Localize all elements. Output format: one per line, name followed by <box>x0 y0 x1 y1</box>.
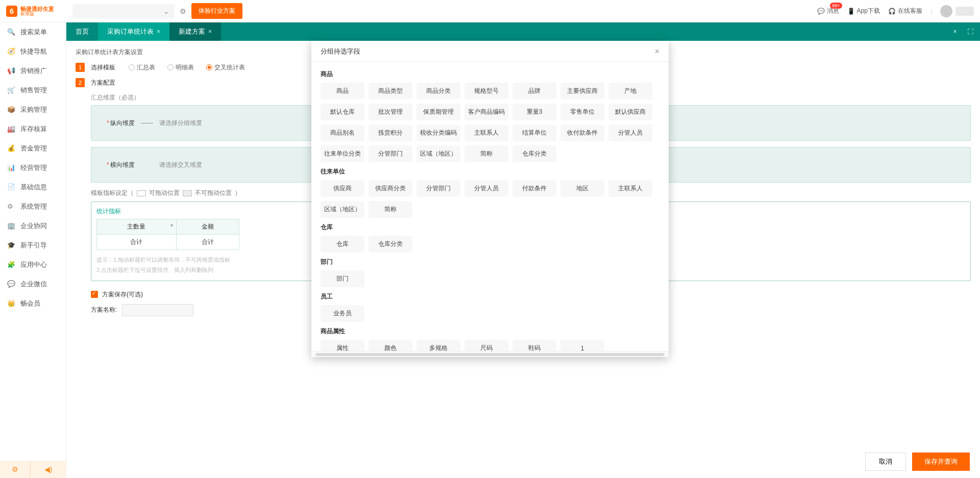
field-chip[interactable]: 颜色 <box>369 340 412 351</box>
field-chip[interactable]: 地区 <box>560 180 604 197</box>
field-chip-row: 供应商供应商分类分管部门分管人员付款条件地区主联系人区域（地区）简称 <box>321 180 665 218</box>
close-icon[interactable]: × <box>655 47 659 56</box>
field-chip-row: 业务员 <box>321 305 665 322</box>
field-chip[interactable]: 仓库 <box>321 236 364 253</box>
field-chip[interactable]: 鞋码 <box>512 340 556 351</box>
field-chip[interactable]: 默认仓库 <box>321 104 364 120</box>
field-chip[interactable]: 简称 <box>464 145 508 162</box>
field-chip[interactable]: 批次管理 <box>369 104 412 120</box>
field-group-title: 仓库 <box>321 223 665 232</box>
field-chip[interactable]: 分管人员 <box>464 180 508 197</box>
field-chip[interactable]: 付款条件 <box>512 180 556 197</box>
field-chip[interactable]: 供应商分类 <box>369 180 412 197</box>
field-chip[interactable]: 区域（地区） <box>321 201 364 218</box>
field-chip[interactable]: 区域（地区） <box>416 145 460 162</box>
modal-body: 商品商品商品类型商品分类规格型号品牌主要供应商产地默认仓库批次管理保质期管理客户… <box>311 62 669 351</box>
field-chip[interactable]: 品牌 <box>512 83 556 99</box>
field-group-title: 商品属性 <box>321 327 665 336</box>
field-chip[interactable]: 分管部门 <box>416 180 460 197</box>
field-chip[interactable]: 默认供应商 <box>608 104 652 120</box>
field-group-title: 商品 <box>321 70 665 79</box>
field-chip[interactable]: 客户商品编码 <box>464 104 508 120</box>
field-chip[interactable]: 业务员 <box>321 305 364 322</box>
field-group-title: 往来单位 <box>321 167 665 176</box>
field-chip[interactable]: 简称 <box>369 201 412 218</box>
field-chip[interactable]: 结算单位 <box>512 124 556 141</box>
field-group-title: 员工 <box>321 292 665 301</box>
field-chip[interactable]: 商品分类 <box>416 83 460 99</box>
field-chip[interactable]: 零售单位 <box>560 104 604 120</box>
field-chip[interactable]: 多规格 <box>416 340 460 351</box>
field-chip[interactable]: 主联系人 <box>608 180 652 197</box>
horizontal-scrollbar[interactable] <box>311 351 669 357</box>
field-chip[interactable]: 税收分类编码 <box>416 124 460 141</box>
field-chip[interactable]: 尺码 <box>464 340 508 351</box>
field-chip[interactable]: 规格型号 <box>464 83 508 99</box>
field-group-title: 部门 <box>321 258 665 266</box>
field-chip[interactable]: 主要供应商 <box>560 83 604 99</box>
modal-title: 分组待选字段 <box>321 47 360 56</box>
field-chip[interactable]: 供应商 <box>321 180 364 197</box>
field-chip-row: 部门 <box>321 270 665 287</box>
field-chip[interactable]: 仓库分类 <box>369 236 412 253</box>
field-chip[interactable]: 分管人员 <box>608 124 652 141</box>
field-picker-modal: 分组待选字段 × 商品商品商品类型商品分类规格型号品牌主要供应商产地默认仓库批次… <box>311 41 669 357</box>
field-chip[interactable]: 拣货积分 <box>369 124 412 141</box>
field-chip[interactable]: 仓库分类 <box>512 145 556 162</box>
field-chip-row: 属性颜色多规格尺码鞋码1 <box>321 340 665 351</box>
field-chip[interactable]: 分管部门 <box>369 145 412 162</box>
field-chip[interactable]: 重量3 <box>512 104 556 120</box>
field-chip[interactable]: 产地 <box>608 83 652 99</box>
field-chip[interactable]: 收付款条件 <box>560 124 604 141</box>
field-chip[interactable]: 部门 <box>321 270 364 287</box>
field-chip[interactable]: 1 <box>560 340 604 351</box>
field-chip[interactable]: 往来单位分类 <box>321 145 364 162</box>
field-chip[interactable]: 商品别名 <box>321 124 364 141</box>
field-chip[interactable]: 保质期管理 <box>416 104 460 120</box>
field-chip[interactable]: 商品 <box>321 83 364 99</box>
field-chip[interactable]: 属性 <box>321 340 364 351</box>
field-chip-row: 仓库仓库分类 <box>321 236 665 253</box>
field-chip-row: 商品商品类型商品分类规格型号品牌主要供应商产地默认仓库批次管理保质期管理客户商品… <box>321 83 665 162</box>
field-chip[interactable]: 主联系人 <box>464 124 508 141</box>
field-chip[interactable]: 商品类型 <box>369 83 412 99</box>
